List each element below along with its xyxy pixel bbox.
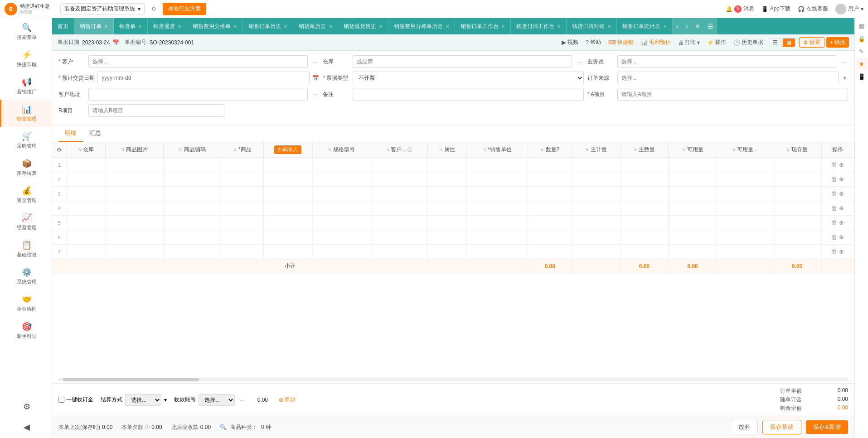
row-6-stock[interactable]	[773, 230, 822, 245]
row-2-main-qty[interactable]	[620, 172, 669, 187]
row-3-product-code[interactable]	[163, 187, 221, 201]
receipt-more-icon[interactable]: ···	[238, 396, 247, 404]
row-1-stock[interactable]	[773, 158, 822, 172]
row-6-customer-code[interactable]	[370, 230, 428, 245]
sidebar-item-quick-nav[interactable]: ⚡ 快捷导航	[0, 45, 52, 72]
row-7-sales-unit[interactable]	[466, 245, 528, 259]
right-panel-icon-4[interactable]: ★	[856, 58, 868, 70]
row-1-sales-unit[interactable]	[466, 158, 528, 172]
tab-sales-expense[interactable]: 销售费用分摊单 ✕	[187, 18, 243, 34]
row-7-customer-code[interactable]	[370, 245, 428, 259]
row-5-available2[interactable]	[717, 216, 773, 230]
tab-order-workbench[interactable]: 销售订单工作台 ✕	[455, 18, 511, 34]
row-7-stock[interactable]	[773, 245, 822, 259]
row-1-attribute[interactable]	[427, 158, 466, 172]
row-3-sales-unit[interactable]	[466, 187, 528, 201]
customer-more-icon[interactable]: ···	[310, 58, 320, 65]
warehouse-more-icon[interactable]: ···	[575, 58, 584, 65]
row-7-qty2[interactable]	[528, 245, 572, 259]
row-4-delete-icon[interactable]: 🗑	[831, 205, 837, 212]
history-button[interactable]: 🕐 历史单据	[732, 38, 765, 47]
calendar-icon[interactable]: 📅	[112, 39, 119, 46]
right-panel-icon-5[interactable]: 📱	[856, 71, 868, 82]
row-4-available[interactable]	[669, 201, 717, 216]
tab-daily-workbench[interactable]: 钱货日清工作台 ✕	[511, 18, 567, 34]
row-7-available[interactable]	[669, 245, 717, 259]
sidebar-item-search[interactable]: 🔍 搜索菜单	[0, 18, 52, 45]
app-download-button[interactable]: 📱 App下载	[761, 5, 790, 13]
row-3-product[interactable]	[221, 187, 264, 201]
row-2-spec[interactable]	[312, 172, 370, 187]
row-7-product[interactable]	[221, 245, 264, 259]
row-3-spec[interactable]	[312, 187, 370, 201]
online-service-button[interactable]: 🎧 在线客服	[798, 5, 828, 13]
industry-plan-button[interactable]: 体验行业方案	[163, 3, 206, 15]
settings-gear-icon[interactable]: ⚙	[148, 4, 159, 14]
profit-button[interactable]: 📊 毛利预估	[639, 38, 673, 47]
row-5-warehouse[interactable]	[67, 216, 105, 230]
sidebar-item-purchase[interactable]: 🛒 采购管理	[0, 127, 52, 154]
row-2-qty2[interactable]	[528, 172, 572, 187]
tab-reconcile[interactable]: 钱货日清对账 ✕	[567, 18, 617, 34]
row-7-copy-icon[interactable]: ⊕	[839, 248, 844, 255]
row-6-sales-unit[interactable]	[466, 230, 528, 245]
salesperson-input[interactable]	[617, 55, 837, 68]
row-2-main-unit[interactable]	[572, 172, 621, 187]
tab-list-button[interactable]: ☰	[704, 18, 717, 34]
order-source-dropdown-icon[interactable]: ▾	[841, 74, 848, 82]
scroll-thumb[interactable]	[63, 378, 199, 381]
shortcut-button[interactable]: ⌨ 快捷键	[606, 38, 635, 47]
row-3-delete-icon[interactable]: 🗑	[831, 190, 837, 197]
row-3-available2[interactable]	[717, 187, 773, 201]
row-1-product[interactable]	[221, 158, 264, 172]
row-7-spec[interactable]	[312, 245, 370, 259]
row-4-product-code[interactable]	[163, 201, 221, 216]
row-5-available[interactable]	[669, 216, 717, 230]
row-2-sales-unit[interactable]	[466, 172, 528, 187]
row-1-qty2[interactable]	[528, 158, 572, 172]
customer-input[interactable]	[88, 55, 308, 68]
tab-return-history[interactable]: 销货退货历史 ✕	[338, 18, 388, 34]
row-4-sales-unit[interactable]	[466, 201, 528, 216]
tab-prev-button[interactable]: ‹	[673, 18, 682, 34]
b-project-input[interactable]	[88, 104, 224, 117]
row-5-sales-unit[interactable]	[466, 216, 528, 230]
row-6-available[interactable]	[669, 230, 717, 245]
tab-close-order-history[interactable]: ✕	[284, 24, 287, 29]
system-selector[interactable]: 装备及固定资产辅助管理系统 ▾	[60, 3, 145, 14]
sidebar-item-system[interactable]: ⚙️ 系统管理	[0, 263, 52, 290]
sidebar-item-operations[interactable]: 📈 经营管理	[0, 208, 52, 236]
sidebar-item-basic-info[interactable]: 📋 基础信息	[0, 236, 52, 263]
row-5-copy-icon[interactable]: ⊕	[839, 219, 844, 226]
row-5-attribute[interactable]	[427, 216, 466, 230]
tab-close-daily-workbench[interactable]: ✕	[557, 24, 561, 29]
tab-summary[interactable]: 汇总	[83, 125, 107, 142]
row-6-warehouse[interactable]	[67, 230, 105, 245]
row-2-product-code[interactable]	[163, 172, 221, 187]
sidebar-item-settings[interactable]: ⚙	[0, 397, 52, 418]
discard-button[interactable]: 放弃	[731, 420, 758, 434]
warehouse-input[interactable]	[353, 55, 572, 68]
tab-detail[interactable]: 明细	[58, 125, 83, 142]
row-5-spec[interactable]	[312, 216, 370, 230]
sidebar-item-finance[interactable]: 💰 资金管理	[0, 181, 52, 208]
message-button[interactable]: 🔔 9 消息	[726, 5, 754, 13]
row-7-main-qty[interactable]	[620, 245, 669, 259]
tab-close-stats[interactable]: ✕	[663, 24, 667, 29]
view-button[interactable]: ▶ 视频	[560, 38, 580, 47]
row-3-stock[interactable]	[773, 187, 822, 201]
row-3-copy-icon[interactable]: ⊕	[839, 190, 844, 197]
right-panel-icon-2[interactable]: 🔒	[856, 33, 868, 44]
tab-stats[interactable]: 销售订单统计表 ✕	[617, 18, 673, 34]
tab-sales-return[interactable]: 销货退货 ✕	[148, 18, 187, 34]
row-6-spec[interactable]	[312, 230, 370, 245]
row-6-attribute[interactable]	[427, 230, 466, 245]
tab-slip-history[interactable]: 销货单历史 ✕	[293, 18, 338, 34]
row-3-qty2[interactable]	[528, 187, 572, 201]
row-6-available2[interactable]	[717, 230, 773, 245]
tab-sales-order[interactable]: 销售订单 ✕	[74, 18, 114, 34]
row-2-warehouse[interactable]	[67, 172, 105, 187]
row-7-warehouse[interactable]	[67, 245, 105, 259]
tab-close-reconcile[interactable]: ✕	[607, 24, 611, 29]
row-4-spec[interactable]	[312, 201, 370, 216]
